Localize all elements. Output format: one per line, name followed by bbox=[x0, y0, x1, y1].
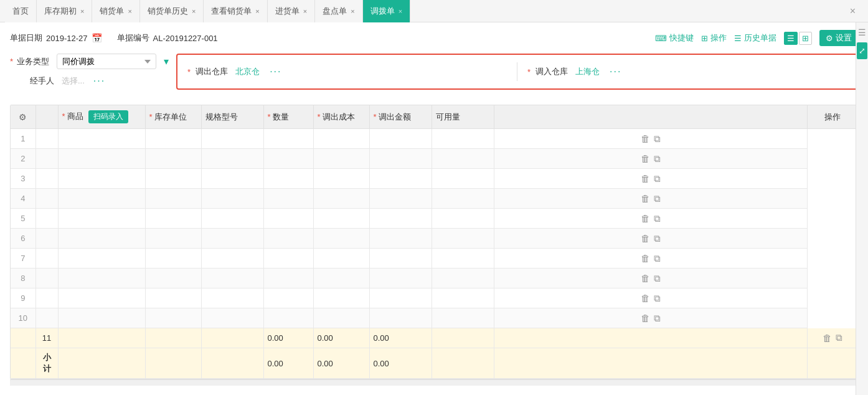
row-amount[interactable] bbox=[313, 189, 369, 209]
sidebar-expand-icon[interactable]: ⤢ bbox=[857, 42, 867, 59]
row-product[interactable] bbox=[35, 149, 58, 169]
row-qty[interactable] bbox=[201, 129, 263, 149]
copy-icon[interactable]: ⧉ bbox=[654, 313, 661, 324]
delete-icon[interactable]: 🗑 bbox=[641, 313, 650, 323]
shortcut-action[interactable]: ⌨ 快捷键 bbox=[655, 32, 694, 44]
delete-icon[interactable]: 🗑 bbox=[641, 293, 650, 303]
tab-transfer-order-close[interactable]: × bbox=[399, 7, 402, 15]
scan-button[interactable]: 扫码录入 bbox=[88, 110, 128, 123]
tab-inventory-init-close[interactable]: × bbox=[80, 7, 84, 15]
delete-icon[interactable]: 🗑 bbox=[641, 253, 650, 264]
tab-sales-history-close[interactable]: × bbox=[192, 7, 196, 15]
row-product[interactable] bbox=[35, 189, 58, 209]
row-cost[interactable] bbox=[263, 269, 313, 288]
row-cost[interactable] bbox=[263, 129, 313, 149]
row-product[interactable] bbox=[35, 269, 58, 288]
copy-icon[interactable]: ⧉ bbox=[654, 153, 661, 164]
delete-icon[interactable]: 🗑 bbox=[641, 233, 650, 244]
tab-sales-order-close[interactable]: × bbox=[128, 7, 131, 15]
copy-icon[interactable]: ⧉ bbox=[654, 213, 661, 224]
row-spec[interactable] bbox=[145, 249, 201, 269]
row-unit[interactable] bbox=[58, 288, 145, 308]
row-unit[interactable] bbox=[58, 169, 145, 189]
row-cost[interactable] bbox=[263, 288, 313, 308]
row-amount[interactable] bbox=[313, 209, 369, 229]
row-amount[interactable] bbox=[313, 269, 369, 288]
row-qty[interactable] bbox=[201, 229, 263, 249]
row-qty[interactable] bbox=[201, 249, 263, 269]
row-cost[interactable] bbox=[263, 229, 313, 249]
copy-icon[interactable]: ⧉ bbox=[654, 133, 661, 145]
row-product[interactable] bbox=[35, 308, 58, 328]
out-warehouse-value[interactable]: 北京仓 bbox=[235, 66, 260, 77]
copy-icon[interactable]: ⧉ bbox=[654, 293, 661, 304]
row-amount[interactable] bbox=[313, 149, 369, 169]
row-cost[interactable] bbox=[263, 149, 313, 169]
layout-toggle[interactable]: ☰ ⊞ bbox=[784, 32, 812, 45]
row-product[interactable] bbox=[35, 169, 58, 189]
bottom-scrollbar[interactable] bbox=[10, 379, 858, 386]
delete-icon[interactable]: 🗑 bbox=[641, 153, 650, 164]
biz-type-dropdown-icon[interactable]: ▾ bbox=[164, 55, 169, 67]
row-qty[interactable] bbox=[201, 189, 263, 209]
person-more-btn[interactable]: ··· bbox=[93, 75, 105, 87]
row-qty[interactable] bbox=[201, 149, 263, 169]
col-header-settings[interactable]: ⚙ bbox=[11, 105, 35, 129]
delete-icon[interactable]: 🗑 bbox=[641, 273, 650, 283]
row-qty[interactable] bbox=[201, 209, 263, 229]
row-unit[interactable] bbox=[58, 269, 145, 288]
sidebar-list-icon[interactable]: ☰ bbox=[858, 27, 866, 37]
in-warehouse-value[interactable]: 上海仓 bbox=[575, 66, 600, 77]
calendar-icon[interactable]: 📅 bbox=[92, 33, 102, 43]
row-product[interactable] bbox=[35, 209, 58, 229]
tab-purchase-order[interactable]: 进货单 × bbox=[268, 0, 315, 22]
person-input[interactable]: 选择... bbox=[62, 75, 85, 87]
row-qty[interactable] bbox=[201, 269, 263, 288]
biz-type-select[interactable]: 同价调拨 bbox=[57, 54, 156, 69]
row-unit[interactable] bbox=[58, 209, 145, 229]
row-qty[interactable] bbox=[201, 169, 263, 189]
row-unit[interactable] bbox=[58, 129, 145, 149]
layout-grid-icon[interactable]: ⊞ bbox=[799, 32, 812, 45]
subtotal-product-cell[interactable] bbox=[58, 328, 145, 348]
tab-sales-history[interactable]: 销货单历史 × bbox=[140, 0, 204, 22]
delete-icon[interactable]: 🗑 bbox=[641, 193, 650, 204]
copy-icon[interactable]: ⧉ bbox=[654, 173, 661, 184]
row-product[interactable] bbox=[35, 288, 58, 308]
row-qty[interactable] bbox=[201, 288, 263, 308]
row-cost[interactable] bbox=[263, 209, 313, 229]
row-spec[interactable] bbox=[145, 169, 201, 189]
window-close-button[interactable]: × bbox=[842, 6, 863, 17]
row-spec[interactable] bbox=[145, 308, 201, 328]
row-product[interactable] bbox=[35, 249, 58, 269]
layout-list-icon[interactable]: ☰ bbox=[784, 32, 798, 45]
tab-sales-order[interactable]: 销货单 × bbox=[92, 0, 139, 22]
row-cost[interactable] bbox=[263, 189, 313, 209]
row-unit[interactable] bbox=[58, 308, 145, 328]
copy-icon[interactable]: ⧉ bbox=[654, 273, 661, 284]
row-unit[interactable] bbox=[58, 229, 145, 249]
in-warehouse-more[interactable]: ··· bbox=[605, 66, 626, 77]
copy-icon[interactable]: ⧉ bbox=[654, 193, 661, 204]
delete-icon[interactable]: 🗑 bbox=[641, 173, 650, 184]
row-amount[interactable] bbox=[313, 229, 369, 249]
row-amount[interactable] bbox=[313, 288, 369, 308]
row-amount[interactable] bbox=[313, 308, 369, 328]
row-amount[interactable] bbox=[313, 249, 369, 269]
tab-inventory-check[interactable]: 盘点单 × bbox=[315, 0, 362, 22]
row-amount[interactable] bbox=[313, 169, 369, 189]
ops-action[interactable]: ⊞ 操作 bbox=[701, 32, 727, 44]
row-cost[interactable] bbox=[263, 308, 313, 328]
row-spec[interactable] bbox=[145, 189, 201, 209]
row-product[interactable] bbox=[35, 129, 58, 149]
delete-icon[interactable]: 🗑 bbox=[641, 213, 650, 224]
row-amount[interactable] bbox=[313, 129, 369, 149]
tab-view-sales[interactable]: 查看销货单 × bbox=[204, 0, 267, 22]
row-spec[interactable] bbox=[145, 209, 201, 229]
row-product[interactable] bbox=[35, 229, 58, 249]
delete-icon[interactable]: 🗑 bbox=[823, 333, 832, 343]
row-spec[interactable] bbox=[145, 229, 201, 249]
row-qty[interactable] bbox=[201, 308, 263, 328]
row-spec[interactable] bbox=[145, 129, 201, 149]
row-spec[interactable] bbox=[145, 288, 201, 308]
